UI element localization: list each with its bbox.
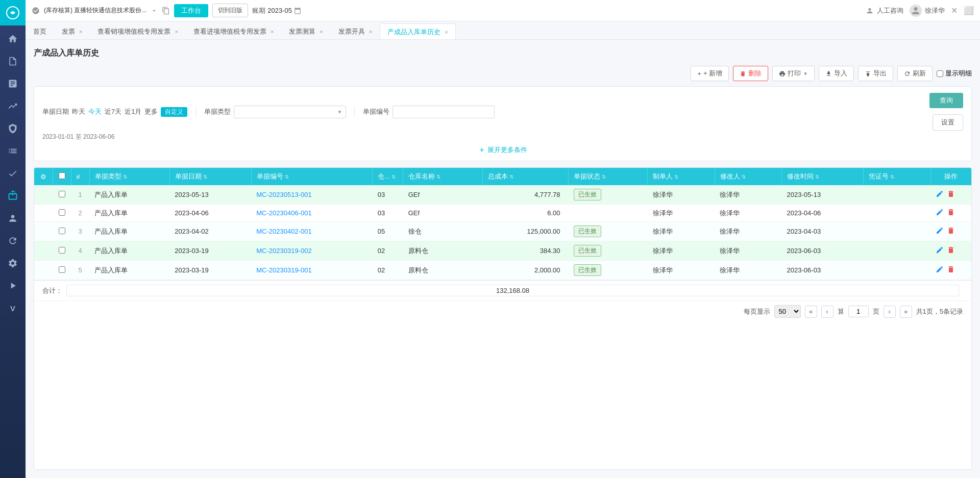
sidebar-item-security[interactable] xyxy=(0,117,26,140)
th-date[interactable]: 单据日期⇅ xyxy=(169,168,251,185)
query-button[interactable]: 查询 xyxy=(929,93,963,108)
delete-row-button[interactable] xyxy=(947,265,955,275)
number-link[interactable]: MC-20230513-001 xyxy=(256,191,311,198)
edit-button[interactable] xyxy=(936,190,944,199)
type-select[interactable] xyxy=(234,106,346,118)
sidebar-item-analytics[interactable] xyxy=(0,95,26,117)
number-input[interactable] xyxy=(393,106,495,118)
next-page-button[interactable]: › xyxy=(884,306,896,318)
close-tab-invoice[interactable]: × xyxy=(79,29,82,35)
th-warehouse-code[interactable]: 仓...⇅ xyxy=(373,168,403,185)
yesterday-link[interactable]: 昨天 xyxy=(72,107,85,116)
th-warehouse-name[interactable]: 仓库名称⇅ xyxy=(403,168,482,185)
close-tab-product-inbound[interactable]: × xyxy=(445,29,448,35)
display-detail-checkbox[interactable]: 显示明细 xyxy=(937,69,972,78)
sidebar-item-invoice[interactable] xyxy=(0,50,26,72)
tab-product-inbound-history[interactable]: 产成品入库单历史 × xyxy=(380,23,455,40)
th-type[interactable]: 单据类型⇅ xyxy=(89,168,169,185)
number-link[interactable]: MC-20230319-002 xyxy=(256,247,311,255)
import-button[interactable]: 导入 xyxy=(819,66,854,81)
today-link[interactable]: 今天 xyxy=(88,107,102,116)
edit-button[interactable] xyxy=(936,227,944,236)
expand-filter-btn[interactable]: 展开更多条件 xyxy=(478,145,527,155)
sidebar-item-report[interactable] xyxy=(0,72,26,95)
tab-invoice[interactable]: 发票 × xyxy=(54,23,90,39)
reset-button[interactable]: 设置 xyxy=(933,114,963,131)
close-tab-invoice-issue[interactable]: × xyxy=(369,29,372,35)
sidebar-item-v[interactable]: V xyxy=(0,297,26,319)
td-checkbox[interactable] xyxy=(53,261,71,280)
more-dates-link[interactable]: 更多 xyxy=(144,107,158,116)
user-info[interactable]: 徐泽华 xyxy=(910,5,945,17)
delete-row-button[interactable] xyxy=(947,208,955,218)
sidebar-item-play[interactable] xyxy=(0,274,26,297)
td-checkbox[interactable] xyxy=(53,205,71,222)
last1month-link[interactable]: 近1月 xyxy=(125,107,141,116)
print-dropdown-icon[interactable]: ▼ xyxy=(803,71,808,77)
print-button[interactable]: 打印 ▼ xyxy=(772,66,815,81)
export-button[interactable]: 导出 xyxy=(858,66,893,81)
number-link[interactable]: MC-20230402-001 xyxy=(256,228,311,235)
close-tab-invoice-calc[interactable]: × xyxy=(320,29,323,35)
tab-invoice-issue[interactable]: 发票开具 × xyxy=(331,23,380,39)
edit-button[interactable] xyxy=(936,265,944,275)
th-total-cost[interactable]: 总成本⇅ xyxy=(482,168,568,185)
select-all-checkbox[interactable] xyxy=(59,172,65,179)
row-checkbox[interactable] xyxy=(59,247,65,254)
tab-purchase-invoice[interactable]: 查看进项增值税专用发票 × xyxy=(186,23,281,39)
page-size-select[interactable]: 50 100 xyxy=(774,305,801,318)
sidebar-item-warehouse[interactable] xyxy=(0,185,26,207)
prev-page-button[interactable]: ‹ xyxy=(821,306,834,318)
sidebar-item-person[interactable] xyxy=(0,207,26,230)
th-status[interactable]: 单据状态⇅ xyxy=(569,168,648,185)
row-checkbox[interactable] xyxy=(59,191,65,197)
delete-button[interactable]: 删除 xyxy=(733,66,768,81)
edit-button[interactable] xyxy=(936,208,944,218)
th-checkbox[interactable] xyxy=(53,168,71,185)
tab-invoice-calc[interactable]: 发票测算 × xyxy=(281,23,330,39)
td-number[interactable]: MC-20230319-002 xyxy=(251,241,373,261)
close-tab-sales-invoice[interactable]: × xyxy=(175,29,178,35)
th-modify-time[interactable]: 修改时间⇅ xyxy=(782,168,864,185)
th-number[interactable]: 单据编号⇅ xyxy=(251,168,373,185)
switch-version-button[interactable]: 切到旧版 xyxy=(212,4,248,17)
th-settings[interactable]: ⚙ xyxy=(34,168,53,185)
last-page-button[interactable]: » xyxy=(900,306,912,318)
td-checkbox[interactable] xyxy=(53,241,71,261)
sidebar-item-check[interactable] xyxy=(0,162,26,185)
first-page-button[interactable]: « xyxy=(805,306,817,318)
sidebar-item-refresh[interactable] xyxy=(0,230,26,252)
td-checkbox[interactable] xyxy=(53,222,71,241)
delete-row-button[interactable] xyxy=(947,227,955,236)
th-modifier[interactable]: 修改人⇅ xyxy=(715,168,781,185)
sidebar-item-settings[interactable] xyxy=(0,252,26,274)
maximize-button[interactable]: ⬜ xyxy=(964,6,974,15)
th-voucher[interactable]: 凭证号⇅ xyxy=(864,168,930,185)
refresh-button[interactable]: 刷新 xyxy=(897,66,933,81)
custom-date-btn[interactable]: 自定义 xyxy=(161,107,187,117)
tab-home[interactable]: 首页 xyxy=(26,23,54,39)
row-checkbox[interactable] xyxy=(59,209,65,216)
row-checkbox[interactable] xyxy=(59,228,65,234)
number-link[interactable]: MC-20230319-001 xyxy=(256,266,311,274)
close-tab-purchase-invoice[interactable]: × xyxy=(271,29,274,35)
sidebar-item-home[interactable] xyxy=(0,28,26,50)
new-button[interactable]: + + 新增 xyxy=(691,66,729,81)
help-info[interactable]: 人工咨询 xyxy=(866,6,903,15)
calendar-icon[interactable] xyxy=(294,7,301,14)
edit-button[interactable] xyxy=(936,246,944,256)
row-checkbox[interactable] xyxy=(59,266,65,273)
workbench-button[interactable]: 工作台 xyxy=(174,4,208,17)
td-number[interactable]: MC-20230319-001 xyxy=(251,261,373,280)
th-creator[interactable]: 制单人⇅ xyxy=(648,168,715,185)
detail-checkbox-input[interactable] xyxy=(937,70,943,77)
close-window-button[interactable]: ✕ xyxy=(951,6,958,15)
number-link[interactable]: MC-20230406-001 xyxy=(256,209,311,217)
sidebar-item-list[interactable] xyxy=(0,140,26,162)
td-checkbox[interactable] xyxy=(53,185,71,205)
td-number[interactable]: MC-20230402-001 xyxy=(251,222,373,241)
td-number[interactable]: MC-20230406-001 xyxy=(251,205,373,222)
tab-sales-invoice[interactable]: 查看销项增值税专用发票 × xyxy=(90,23,185,39)
page-number-input[interactable] xyxy=(848,306,869,317)
last7days-link[interactable]: 近7天 xyxy=(105,107,121,116)
